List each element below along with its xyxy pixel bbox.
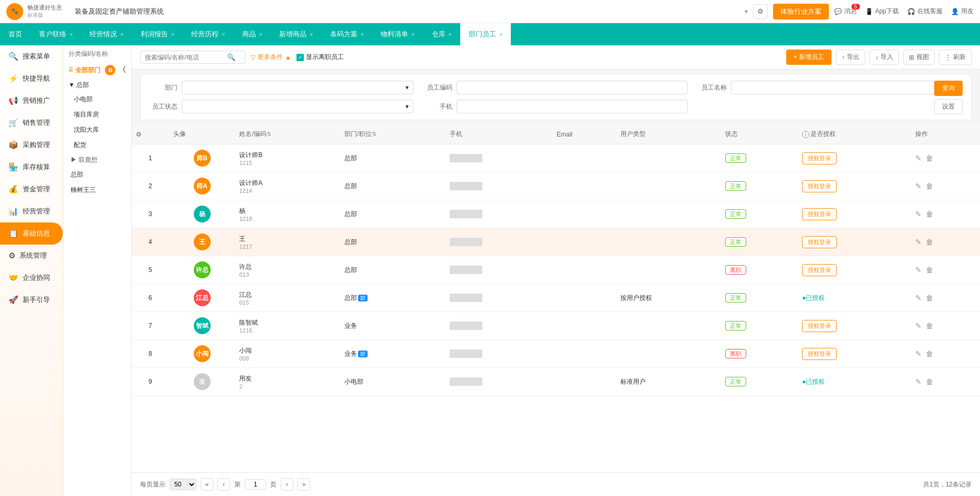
delete-icon[interactable]: 🗑 [926, 238, 933, 246]
close-tab-icon[interactable]: × [222, 31, 225, 37]
nav-tab-商品[interactable]: 商品× [234, 23, 271, 45]
online-service-btn[interactable]: 🎧 在线客服 [907, 7, 943, 16]
close-tab-icon[interactable]: × [310, 31, 313, 37]
last-page-btn[interactable]: » [298, 478, 310, 491]
menu-item-guide[interactable]: 🚀新手引导 [0, 289, 63, 311]
delete-icon[interactable]: 🗑 [926, 294, 933, 302]
auth-btn[interactable]: 授权登录 [802, 180, 837, 192]
edit-icon[interactable]: ✎ [915, 266, 922, 274]
auth-btn[interactable]: 授权登录 [802, 208, 837, 220]
close-tab-icon[interactable]: × [70, 31, 73, 37]
delete-icon[interactable]: 🗑 [926, 377, 933, 386]
close-tab-icon[interactable]: × [411, 31, 414, 37]
app-download-btn[interactable]: 📱 App下载 [865, 7, 899, 16]
close-tab-icon[interactable]: × [259, 31, 262, 37]
menu-item-basic[interactable]: 📋基础信息 [0, 222, 63, 245]
search-icon[interactable]: 🔍 [227, 53, 235, 61]
nav-tab-部门员工[interactable]: 部门员工× [460, 23, 511, 45]
auth-info-icon[interactable]: i [802, 131, 809, 138]
delete-icon[interactable]: 🗑 [926, 322, 933, 330]
dept-select[interactable]: ▾ [182, 81, 413, 94]
delete-icon[interactable]: 🗑 [926, 154, 933, 162]
menu-item-search[interactable]: 🔍搜索菜单 [0, 45, 63, 67]
close-tab-icon[interactable]: × [120, 31, 123, 37]
view-btn[interactable]: ⊞ 视图 [903, 50, 935, 65]
edit-icon[interactable]: ✎ [915, 349, 922, 358]
new-employee-btn[interactable]: + 新增员工 [786, 50, 831, 65]
menu-item-sales[interactable]: 🛒销售管理 [0, 112, 63, 134]
sys-title-dropdown[interactable]: ▾ [745, 8, 748, 15]
user-btn[interactable]: 👤 用友 [951, 7, 974, 16]
dept-item-shenyang[interactable]: 沈阳大库 [63, 122, 131, 138]
close-tab-icon[interactable]: × [361, 31, 364, 37]
col-header-name[interactable]: 姓名/编码⇅ [235, 124, 340, 144]
dept-item-zongbu[interactable]: 总部 [63, 167, 131, 182]
import-btn[interactable]: ↓ 导入 [869, 50, 899, 65]
reset-btn[interactable]: 设置 [934, 99, 963, 114]
menu-item-finance[interactable]: 💰资金管理 [0, 178, 63, 200]
edit-icon[interactable]: ✎ [915, 377, 922, 386]
close-tab-icon[interactable]: × [171, 31, 174, 37]
next-page-btn[interactable]: › [281, 478, 293, 491]
nav-tab-首页[interactable]: 首页 [0, 23, 31, 45]
settings-btn[interactable]: ⚙ [753, 4, 768, 19]
search-btn[interactable]: 查询 [934, 81, 963, 96]
auth-btn[interactable]: 授权登录 [802, 320, 837, 332]
nav-tab-新增商品[interactable]: 新增商品× [271, 23, 321, 45]
refresh-btn[interactable]: ⋮ 刷新 [939, 50, 972, 65]
edit-icon[interactable]: ✎ [915, 294, 922, 302]
auth-btn[interactable]: 授权登录 [802, 348, 837, 360]
menu-item-operation[interactable]: 📊经营管理 [0, 200, 63, 222]
nav-tab-利润报告[interactable]: 利润报告× [132, 23, 183, 45]
auth-btn[interactable]: 授权登录 [802, 152, 837, 164]
menu-item-inventory[interactable]: 🏪库存核算 [0, 156, 63, 178]
page-size-select[interactable]: 50 100 [170, 479, 196, 490]
show-resigned-checkbox[interactable]: ✓ [296, 54, 304, 61]
col-header-dept[interactable]: 部门/职位⇅ [340, 124, 446, 144]
delete-icon[interactable]: 🗑 [926, 266, 933, 274]
dept-parent-shuanglu[interactable]: ▶ 双鹿想 [63, 153, 131, 167]
delete-icon[interactable]: 🗑 [926, 182, 933, 190]
dept-item-project[interactable]: 项目库房 [63, 107, 131, 122]
export-btn[interactable]: ↑ 导出 [836, 50, 865, 65]
collapse-icon[interactable]: 《 [118, 65, 126, 75]
close-tab-icon[interactable]: × [499, 31, 502, 37]
more-conditions-btn[interactable]: ▽ 更多条件 ▲ [251, 53, 291, 62]
auth-btn[interactable]: 授权登录 [802, 236, 837, 248]
phone-input[interactable] [457, 100, 688, 113]
delete-icon[interactable]: 🗑 [926, 210, 933, 218]
menu-item-quicknav[interactable]: ⚡快捷导航 [0, 67, 63, 90]
first-page-btn[interactable]: « [201, 478, 213, 491]
emp-name-input[interactable] [731, 81, 963, 94]
emp-code-input[interactable] [457, 81, 688, 94]
all-dept-header[interactable]: ⠿ 全部部门 ⚙ 《 [63, 62, 131, 79]
nav-tab-经营情况[interactable]: 经营情况× [81, 23, 132, 45]
nav-tab-条码方案[interactable]: 条码方案× [322, 23, 372, 45]
edit-icon[interactable]: ✎ [915, 154, 922, 162]
dept-group-head[interactable]: ▼ 总部 [63, 79, 131, 92]
menu-item-system[interactable]: ⚙系统管理 [0, 245, 63, 267]
dept-settings-icon[interactable]: ⚙ [105, 65, 115, 75]
menu-item-purchase[interactable]: 📦采购管理 [0, 134, 63, 156]
page-number-input[interactable] [245, 479, 266, 490]
dept-item-peihuo[interactable]: 配货 [63, 138, 131, 153]
message-btn[interactable]: 💬 消息 5 [834, 7, 857, 16]
auth-btn[interactable]: 授权登录 [802, 264, 837, 276]
edit-icon[interactable]: ✎ [915, 182, 922, 190]
menu-item-collab[interactable]: 🤝企业协同 [0, 267, 63, 289]
try-btn[interactable]: 体验行业方案 [773, 4, 829, 20]
prev-page-btn[interactable]: ‹ [217, 478, 230, 491]
nav-tab-经营历程[interactable]: 经营历程× [183, 23, 233, 45]
nav-tab-客户联络[interactable]: 客户联络× [31, 23, 81, 45]
nav-tab-仓库[interactable]: 仓库× [423, 23, 460, 45]
edit-icon[interactable]: ✎ [915, 322, 922, 330]
delete-icon[interactable]: 🗑 [926, 349, 933, 358]
dept-item-nanshu[interactable]: 楠树王三 [63, 182, 131, 198]
menu-item-marketing[interactable]: 📢营销推广 [0, 90, 63, 112]
close-tab-icon[interactable]: × [449, 31, 452, 37]
nav-tab-物料清单[interactable]: 物料清单× [372, 23, 423, 45]
dept-item-xiaodian[interactable]: 小电部 [63, 92, 131, 107]
show-resigned-toggle[interactable]: ✓ 显示离职员工 [296, 53, 344, 62]
emp-status-select[interactable]: ▾ [182, 100, 413, 113]
employee-search-input[interactable] [145, 54, 224, 61]
